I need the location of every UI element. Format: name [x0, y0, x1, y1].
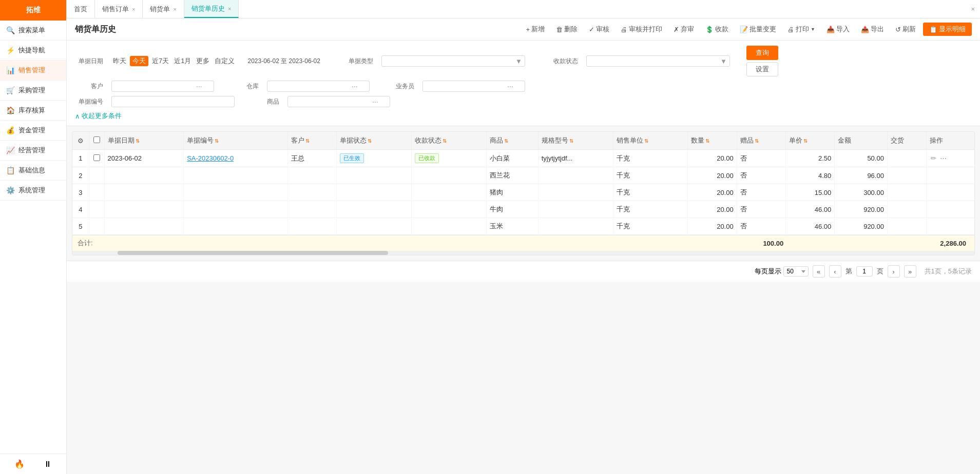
customer-input[interactable]: [112, 81, 196, 91]
select-all-checkbox[interactable]: [93, 136, 100, 143]
tab-history[interactable]: 销货单历史 ×: [184, 0, 239, 18]
tab-delivery[interactable]: 销货单 ×: [143, 0, 184, 18]
pause-icon[interactable]: ⏸: [44, 460, 52, 469]
shortcut-custom[interactable]: 自定义: [213, 56, 236, 66]
col-paystatus-header[interactable]: 收款状态 ⇅: [411, 132, 486, 150]
page-number-input[interactable]: [856, 266, 873, 276]
salesperson-input[interactable]: [423, 81, 507, 91]
customer-sort[interactable]: 客户 ⇅: [291, 136, 333, 145]
tab-history-close[interactable]: ×: [228, 6, 231, 12]
row-number[interactable]: [184, 184, 287, 201]
row-price: 4.80: [786, 167, 835, 184]
last-page-button[interactable]: »: [904, 265, 916, 278]
row-number[interactable]: [184, 167, 287, 184]
warehouse-dots[interactable]: ···: [352, 82, 358, 90]
sidebar-item-inventory[interactable]: 🏠 库存核算: [0, 101, 66, 121]
payment-status-input[interactable]: [586, 55, 730, 67]
more-icon[interactable]: ⋯: [940, 154, 947, 162]
horizontal-scrollbar[interactable]: [72, 251, 974, 255]
sidebar-item-search[interactable]: 🔍 搜索菜单: [0, 21, 66, 41]
col-unit-header[interactable]: 销售单位 ⇅: [613, 132, 688, 150]
shortcut-today[interactable]: 今天: [130, 56, 148, 66]
sidebar-item-baseinfo[interactable]: 📋 基础信息: [0, 161, 66, 181]
sidebar-item-purchase[interactable]: 🛒 采购管理: [0, 81, 66, 101]
col-price-header[interactable]: 单价 ⇅: [786, 132, 835, 150]
export-button[interactable]: 📤 导出: [857, 23, 888, 36]
show-detail-button[interactable]: 📋 显示明细: [923, 23, 972, 36]
row-spec: tyjytjytjdf...: [538, 150, 613, 167]
fire-icon[interactable]: 🔥: [14, 459, 25, 469]
prev-page-button[interactable]: ‹: [829, 265, 841, 278]
shortcut-7days[interactable]: 近7天: [150, 56, 170, 66]
col-date-header[interactable]: 单据日期 ⇅: [104, 132, 184, 150]
sidebar-item-system[interactable]: ⚙️ 系统管理: [0, 181, 66, 201]
goods-sort[interactable]: 商品 ⇅: [490, 136, 535, 145]
sidebar-item-quicknav[interactable]: ⚡ 快捷导航: [0, 41, 66, 61]
tab-sales-order-close[interactable]: ×: [132, 6, 135, 12]
number-sort[interactable]: 单据编号 ⇅: [187, 136, 284, 145]
row-action: [926, 167, 974, 184]
date-sort[interactable]: 单据日期 ⇅: [108, 136, 181, 145]
col-qty-header[interactable]: 数量 ⇅: [688, 132, 737, 150]
summary-row: 合计: 100.00 2,286.00: [72, 235, 974, 251]
col-number-header[interactable]: 单据编号 ⇅: [184, 132, 287, 150]
collapse-button[interactable]: ∧ 收起更多条件: [75, 111, 972, 121]
gift-sort[interactable]: 赠品 ⇅: [740, 136, 782, 145]
docstatus-sort[interactable]: 单据状态 ⇅: [340, 136, 408, 145]
collapse-icon: ∧: [75, 112, 80, 120]
spec-sort[interactable]: 规格型号 ⇅: [542, 136, 610, 145]
row-number[interactable]: [184, 218, 287, 235]
tab-delivery-close[interactable]: ×: [173, 6, 176, 12]
query-button[interactable]: 查询: [746, 46, 778, 60]
goods-input[interactable]: [288, 96, 372, 107]
abandon-button[interactable]: ✗ 弃审: [669, 23, 698, 36]
import-button[interactable]: 📥 导入: [822, 23, 854, 36]
salesperson-dots[interactable]: ···: [507, 82, 513, 90]
col-gift-header[interactable]: 赠品 ⇅: [737, 132, 785, 150]
row-number[interactable]: [184, 201, 287, 218]
row-number[interactable]: SA-20230602-0: [184, 150, 287, 167]
tab-sales-order[interactable]: 销售订单 ×: [95, 0, 143, 18]
col-goods-header[interactable]: 商品 ⇅: [486, 132, 538, 150]
paystatus-sort[interactable]: 收款状态 ⇅: [415, 136, 483, 145]
doc-number-link[interactable]: SA-20230602-0: [187, 154, 234, 162]
shortcut-yesterday[interactable]: 昨天: [111, 56, 128, 66]
unit-sort[interactable]: 销售单位 ⇅: [617, 136, 685, 145]
shortcut-more[interactable]: 更多: [195, 56, 211, 66]
col-gear[interactable]: ⚙: [72, 132, 89, 150]
row-checkbox[interactable]: [93, 154, 100, 161]
collect-button[interactable]: 💲 收款: [701, 23, 733, 36]
batch-change-button[interactable]: 📝 批量变更: [736, 23, 780, 36]
col-spec-header[interactable]: 规格型号 ⇅: [538, 132, 613, 150]
refresh-button[interactable]: ↺ 刷新: [891, 23, 920, 36]
doc-type-input[interactable]: [381, 55, 525, 67]
sidebar-item-finance[interactable]: 💰 资金管理: [0, 121, 66, 141]
goods-dots[interactable]: ···: [372, 97, 378, 106]
close-all-icon[interactable]: ×: [971, 5, 975, 13]
customer-dots[interactable]: ···: [196, 82, 202, 90]
price-sort[interactable]: 单价 ⇅: [789, 136, 831, 145]
sidebar-item-sales[interactable]: 📊 销售管理: [0, 61, 66, 81]
print-button[interactable]: 🖨 打印 ▼: [783, 23, 819, 36]
sidebar-item-operations[interactable]: 📈 经营管理: [0, 141, 66, 161]
col-customer-header[interactable]: 客户 ⇅: [287, 132, 336, 150]
audit-print-button[interactable]: 🖨 审核并打印: [617, 23, 666, 36]
doc-number-input[interactable]: [111, 96, 235, 107]
warehouse-input[interactable]: [267, 81, 352, 91]
per-page-select[interactable]: 20 50 100: [783, 266, 809, 276]
qty-sort[interactable]: 数量 ⇅: [691, 136, 733, 145]
settings-button[interactable]: 设置: [746, 62, 778, 76]
first-page-button[interactable]: «: [813, 265, 825, 278]
edit-icon[interactable]: ✏: [931, 154, 936, 162]
table-settings-icon[interactable]: ⚙: [78, 137, 84, 145]
next-page-button[interactable]: ›: [888, 265, 900, 278]
row-goods: 牛肉: [486, 201, 538, 218]
add-button[interactable]: + 新增: [522, 23, 549, 36]
shortcut-1month[interactable]: 近1月: [172, 56, 193, 66]
tab-home[interactable]: 首页: [67, 0, 95, 18]
per-page-wrap: 每页显示 20 50 100: [755, 266, 809, 276]
delete-button[interactable]: 🗑 删除: [552, 23, 582, 36]
audit-button[interactable]: ✓ 审核: [585, 23, 613, 36]
col-docstatus-header[interactable]: 单据状态 ⇅: [336, 132, 411, 150]
payment-status-dropdown-icon: ▼: [720, 57, 727, 65]
